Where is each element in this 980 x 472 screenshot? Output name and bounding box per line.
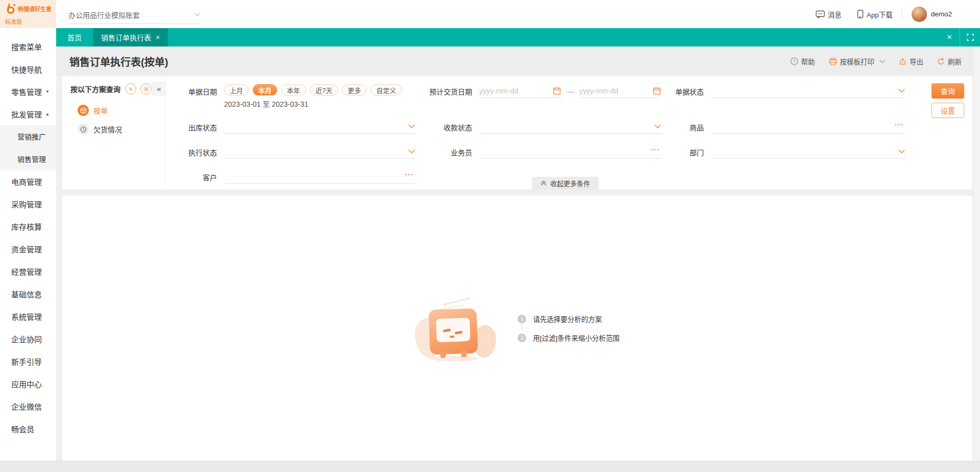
brand-edition: 标准版 bbox=[5, 19, 22, 25]
calendar-icon[interactable] bbox=[653, 87, 661, 97]
delivery-date-end-input[interactable] bbox=[579, 87, 662, 95]
scheme-settings-button[interactable] bbox=[140, 83, 152, 95]
tab-close-icon[interactable]: × bbox=[156, 34, 160, 41]
ellipsis-icon: ··· bbox=[405, 170, 414, 179]
payment-status-select[interactable] bbox=[479, 120, 662, 134]
print-by-template-button[interactable]: 按模板打印 bbox=[829, 56, 886, 66]
printer-icon bbox=[829, 58, 837, 65]
ellipsis-icon: ··· bbox=[651, 145, 660, 154]
sidebar-item-search-menu[interactable]: 搜索菜单 bbox=[0, 35, 56, 58]
sidebar-item-operations-mgmt[interactable]: 经营管理 bbox=[0, 260, 56, 282]
dept-select[interactable] bbox=[711, 145, 906, 159]
ellipsis-icon: ··· bbox=[895, 120, 904, 129]
sidebar-item-app-center[interactable]: 应用中心 bbox=[0, 372, 56, 395]
pill-custom[interactable]: 自定义 bbox=[371, 84, 402, 96]
chevron-down-icon bbox=[898, 88, 905, 93]
sidebar-item-chang-member[interactable]: 畅会员 bbox=[0, 417, 56, 440]
doc-status-label: 单据状态 bbox=[668, 84, 704, 97]
sidebar-item-purchase-mgmt[interactable]: 采购管理 bbox=[0, 193, 56, 215]
query-panel-title: 按以下方案查询 bbox=[70, 84, 120, 94]
delivery-date-start bbox=[479, 84, 562, 98]
sidebar-item-basic-info[interactable]: 基础信息 bbox=[0, 282, 56, 305]
brand-logo-icon bbox=[4, 3, 16, 17]
message-icon bbox=[816, 10, 825, 18]
chevron-down-icon bbox=[194, 13, 200, 16]
tab-sales-order-report[interactable]: 销售订单执行表 × bbox=[93, 28, 168, 46]
pill-more[interactable]: 更多 bbox=[342, 84, 366, 96]
step-text: 用[过滤]条件来缩小分析范围 bbox=[533, 333, 620, 343]
calendar-icon[interactable] bbox=[553, 87, 561, 97]
result-card: 1 请先选择要分析的方案 2 用[过滤]条件来缩小分析范围 bbox=[62, 196, 972, 461]
gear-icon bbox=[143, 86, 150, 92]
pill-last-7-days[interactable]: 近7天 bbox=[310, 84, 338, 96]
search-button[interactable]: 查询 bbox=[932, 83, 964, 99]
double-chevron-left-icon: « bbox=[157, 84, 161, 93]
filter-panel: 按以下方案查询 + « bbox=[62, 76, 972, 190]
empty-state: 1 请先选择要分析的方案 2 用[过滤]条件来缩小分析范围 bbox=[415, 296, 620, 361]
outbound-status-label: 出库状态 bbox=[181, 120, 217, 132]
sidebar-item-quick-nav[interactable]: 快捷导航 bbox=[0, 58, 56, 80]
avatar[interactable] bbox=[912, 7, 927, 22]
customer-picker[interactable]: ··· bbox=[224, 170, 416, 184]
help-button[interactable]: ? 帮助 bbox=[790, 56, 815, 66]
query-scheme-panel: 按以下方案查询 + « bbox=[62, 76, 166, 190]
messages-button[interactable]: 消息 bbox=[816, 9, 842, 19]
pill-this-month[interactable]: 本月 bbox=[253, 84, 277, 96]
sidebar-item-funds-mgmt[interactable]: 资金管理 bbox=[0, 238, 56, 260]
sidebar-item-retail-mgmt[interactable]: 零售管理▼ bbox=[0, 80, 56, 103]
delivery-date-start-input[interactable] bbox=[479, 87, 562, 95]
collapse-more-conditions[interactable]: 收起更多条件 bbox=[532, 177, 599, 190]
export-icon bbox=[899, 58, 906, 65]
sidebar-item-ecommerce-mgmt[interactable]: 电商管理 bbox=[0, 170, 56, 193]
pill-last-month[interactable]: 上月 bbox=[224, 84, 249, 96]
date-pill-group: 上月 本月 本年 近7天 更多 自定义 bbox=[224, 84, 416, 96]
sidebar-item-sales-mgmt[interactable]: 销售管理 bbox=[0, 148, 56, 170]
doc-status-select[interactable] bbox=[711, 84, 906, 98]
date-range-text: 2023-03-01 至 2023-03-31 bbox=[224, 99, 416, 109]
export-button[interactable]: 导出 bbox=[899, 56, 923, 66]
sidebar-item-enterprise-collab[interactable]: 企业协同 bbox=[0, 327, 56, 350]
account-name: 办公用品行业模拟账套 bbox=[68, 10, 140, 20]
add-scheme-button[interactable]: + bbox=[125, 83, 136, 95]
exec-status-label: 执行状态 bbox=[181, 145, 217, 157]
sidebar-item-marketing-promo[interactable]: 营销推广 bbox=[0, 125, 56, 148]
salesman-picker[interactable]: ··· bbox=[479, 145, 662, 159]
chevron-down-icon bbox=[879, 60, 885, 63]
close-icon: × bbox=[947, 32, 952, 42]
sidebar-item-wholesale-mgmt[interactable]: 批发管理▲ bbox=[0, 103, 56, 125]
chevron-down-icon bbox=[898, 149, 905, 154]
box-icon bbox=[78, 105, 89, 116]
outbound-status-select[interactable] bbox=[224, 120, 416, 134]
brand-name: 畅捷通好生意 bbox=[18, 5, 52, 13]
step-number-badge: 1 bbox=[518, 315, 526, 323]
app-download-button[interactable]: App下载 bbox=[857, 9, 893, 19]
svg-text:?: ? bbox=[793, 59, 795, 64]
close-all-tabs-button[interactable]: × bbox=[939, 28, 960, 46]
scheme-item-by-order[interactable]: 按单 bbox=[78, 105, 165, 116]
sidebar-item-system-mgmt[interactable]: 系统管理 bbox=[0, 305, 56, 327]
exec-status-select[interactable] bbox=[224, 145, 416, 159]
tab-home[interactable]: 首页 bbox=[56, 28, 93, 46]
settings-button[interactable]: 设置 bbox=[932, 103, 964, 118]
sidebar-item-inventory-accounting[interactable]: 库存核算 bbox=[0, 215, 56, 238]
refresh-button[interactable]: 刷新 bbox=[937, 56, 962, 66]
fullscreen-button[interactable] bbox=[960, 28, 980, 46]
delivery-date-end bbox=[579, 84, 662, 98]
vertical-scrollbar[interactable] bbox=[973, 46, 980, 461]
horizontal-scrollbar[interactable] bbox=[0, 461, 980, 472]
salesman-label: 业务员 bbox=[422, 145, 472, 157]
step-1: 1 请先选择要分析的方案 bbox=[518, 314, 620, 324]
pill-this-year[interactable]: 本年 bbox=[281, 84, 306, 96]
sidebar-item-beginner-guide[interactable]: 新手引导 bbox=[0, 350, 56, 372]
bill-date-field: 单据日期 上月 本月 本年 近7天 更多 自定义 20 bbox=[181, 84, 416, 109]
delivery-date-field: 预计交货日期 — bbox=[422, 84, 662, 109]
scheme-item-backorder[interactable]: 欠货情况 bbox=[78, 124, 165, 135]
goods-picker[interactable]: ··· bbox=[711, 120, 906, 134]
topbar-right: 消息 App下载 demo2 bbox=[816, 7, 952, 22]
sidebar-item-wechat-work[interactable]: 企业微信 bbox=[0, 395, 56, 417]
account-selector[interactable]: 办公用品行业模拟账套 bbox=[68, 10, 200, 24]
double-chevron-up-icon bbox=[541, 180, 547, 186]
divider bbox=[902, 9, 902, 19]
collapse-panel-button[interactable]: « bbox=[152, 82, 166, 96]
doc-status-field: 单据状态 bbox=[668, 84, 906, 109]
